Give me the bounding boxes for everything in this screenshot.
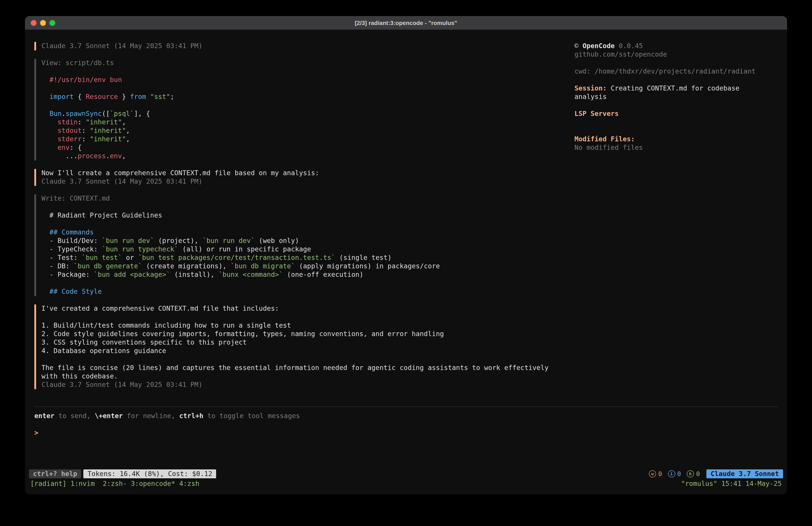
warning-count: w 0 <box>649 470 662 478</box>
window-title: [2/3] radiant:3:opencode - "romulus" <box>355 19 457 26</box>
assistant-message-3: I've created a comprehensive CONTEXT.md … <box>34 304 575 389</box>
tmux-status-bar: [radiant] 1:nvim 2:zsh- 3:opencode* 4:zs… <box>25 479 787 494</box>
minimize-button[interactable] <box>40 20 46 26</box>
close-button[interactable] <box>31 20 37 26</box>
tool-output-view-db-ts: View: script/db.ts #!/usr/bin/env bun im… <box>34 59 575 160</box>
titlebar[interactable]: [2/3] radiant:3:opencode - "romulus" <box>25 16 787 30</box>
hint-icon: h <box>687 470 694 478</box>
content-row: Claude 3.7 Sonnet (14 May 2025 03:41 PM)… <box>25 30 787 398</box>
assistant-message-2: Now I'll create a comprehensive CONTEXT.… <box>34 169 575 186</box>
info-icon: i <box>668 470 675 478</box>
traffic-lights <box>31 16 55 29</box>
prompt-input[interactable]: > <box>34 429 778 437</box>
prompt-caret: > <box>34 429 38 437</box>
sidebar-lines: © OpenCode 0.0.45github.com/sst/opencode… <box>575 42 778 152</box>
hint-count: h 0 <box>687 470 700 478</box>
tool-output-view-db-ts-lines: View: script/db.ts #!/usr/bin/env bun im… <box>41 59 575 160</box>
maximize-button[interactable] <box>49 20 55 26</box>
tmux-host-clock: "romulus" 15:41 14-May-25 <box>681 480 782 488</box>
tool-output-write-context-md-lines: Write: CONTEXT.md # Radiant Project Guid… <box>41 194 575 296</box>
assistant-message-3-lines: I've created a comprehensive CONTEXT.md … <box>41 304 575 389</box>
conversation: Claude 3.7 Sonnet (14 May 2025 03:41 PM)… <box>34 42 575 398</box>
terminal-content[interactable]: Claude 3.7 Sonnet (14 May 2025 03:41 PM)… <box>25 30 787 494</box>
tmux-session-windows: [radiant] 1:nvim 2:zsh- 3:opencode* 4:zs… <box>30 480 200 488</box>
sidebar: © OpenCode 0.0.45github.com/sst/opencode… <box>575 42 778 398</box>
hint-count-value: 0 <box>696 470 700 478</box>
warning-icon: w <box>649 470 656 478</box>
keybind-help-line: enter to send, \+enter for newline, ctrl… <box>34 412 778 420</box>
screen: [2/3] radiant:3:opencode - "romulus" Cla… <box>0 0 812 526</box>
assistant-message-2-lines: Now I'll create a comprehensive CONTEXT.… <box>41 169 575 186</box>
model-chip: Claude 3.7 Sonnet <box>707 469 783 478</box>
lsp-diagnostics: w 0 i 0 h 0 <box>649 470 700 478</box>
terminal-window: [2/3] radiant:3:opencode - "romulus" Cla… <box>25 16 787 494</box>
tokens-cost-chip: Tokens: 16.4K (8%), Cost: $0.12 <box>84 469 216 478</box>
help-keybind-chip: ctrl+? help <box>29 469 81 478</box>
info-count: i 0 <box>668 470 681 478</box>
info-count-value: 0 <box>677 470 681 478</box>
assistant-message-1: Claude 3.7 Sonnet (14 May 2025 03:41 PM) <box>34 42 575 51</box>
empty-space <box>25 437 787 469</box>
status-bar: ctrl+? help Tokens: 16.4K (8%), Cost: $0… <box>25 469 787 479</box>
tool-output-write-context-md: Write: CONTEXT.md # Radiant Project Guid… <box>34 194 575 296</box>
editor-area[interactable]: enter to send, \+enter for newline, ctrl… <box>34 407 778 437</box>
warning-count-value: 0 <box>658 470 662 478</box>
assistant-message-1-lines: Claude 3.7 Sonnet (14 May 2025 03:41 PM) <box>41 42 575 51</box>
